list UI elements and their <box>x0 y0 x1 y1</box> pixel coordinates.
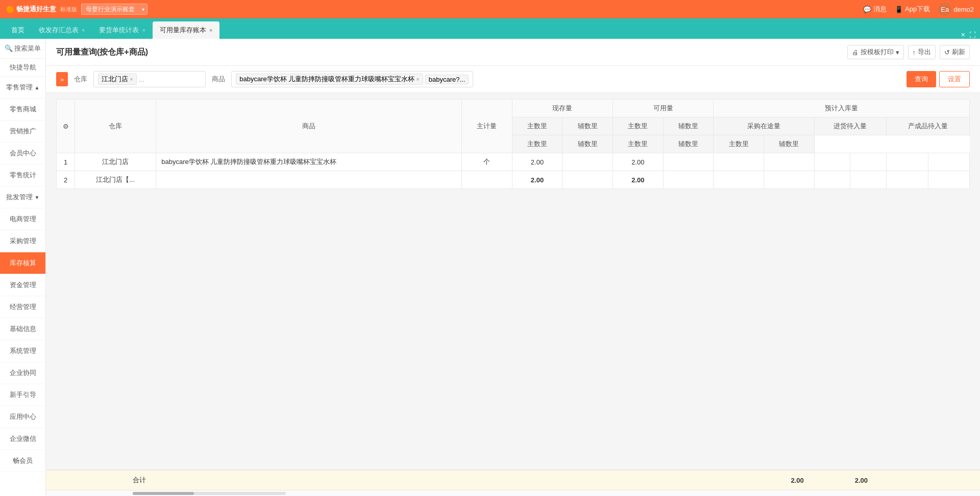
col-pur-transit-main-header: 主数里 <box>512 135 562 153</box>
sidebar-item-guide[interactable]: 新手引导 <box>0 384 45 406</box>
col-settings-header[interactable]: ⚙ <box>57 100 75 153</box>
template-print-button[interactable]: 🖨 按模板打印 ▾ <box>847 45 904 59</box>
row2-pur-pend-aux <box>850 171 887 189</box>
row1-pur-pend-main <box>814 153 850 171</box>
row1-prod-pend-main <box>887 153 928 171</box>
col-stock-main-header: 主数里 <box>512 117 562 135</box>
sidebar-item-ecommerce-label: 电商管理 <box>10 215 36 224</box>
scroll-track[interactable] <box>133 492 286 495</box>
sidebar-item-finance[interactable]: 资金管理 <box>0 274 45 296</box>
download-btn[interactable]: 📱 App下载 <box>895 5 930 14</box>
warehouse-filter-label: 仓库 <box>74 75 87 84</box>
row1-prod-pend-aux <box>928 153 969 171</box>
row1-stock-aux <box>562 153 613 171</box>
table-wrap: ⚙ 仓库 商品 主计量 现存量 <box>46 93 980 469</box>
close-tab-yaohuodan[interactable]: × <box>142 27 145 33</box>
main-area: 🔍 搜索菜单 快捷导航 零售管理 ▲ 零售商城 营销推广 会员中心 零售统计 批… <box>0 39 980 496</box>
message-icon: 💬 <box>863 6 871 13</box>
product-tag-2-value: babycare?... <box>429 76 465 83</box>
sidebar-search-label: 搜索菜单 <box>14 44 41 52</box>
close-tab-shoufacun[interactable]: × <box>82 27 85 33</box>
row2-avail-aux <box>663 171 714 189</box>
sidebar-item-system-label: 系统管理 <box>10 346 36 356</box>
top-bar-left: 🟠 畅捷通好生意 标准版 母婴行业演示账套 <box>6 4 148 15</box>
product-tag-1-remove[interactable]: × <box>416 76 419 82</box>
sidebar-item-zero-stats[interactable]: 零售统计 <box>0 164 45 186</box>
export-button[interactable]: ↑ 导出 <box>908 45 936 59</box>
footer-row: 合计 2.00 2.00 <box>46 469 980 490</box>
sidebar-item-inventory[interactable]: 库存核算 <box>0 252 45 274</box>
query-button[interactable]: 查询 <box>906 71 936 87</box>
sidebar-item-system[interactable]: 系统管理 <box>0 340 45 362</box>
sidebar-item-zero-mall-label: 零售商城 <box>10 105 36 114</box>
tab-yaohuodan[interactable]: 要货单统计表 × <box>92 21 152 39</box>
sidebar-item-collab[interactable]: 企业协同 <box>0 362 45 384</box>
sidebar-item-vip[interactable]: 畅会员 <box>0 450 45 472</box>
chevron-down-icon-2: ▼ <box>35 195 40 200</box>
filter-row: 仓库 江北门店 × ... 商品 babycare学饮杯 儿童防摔防撞吸管杯重力… <box>74 71 900 87</box>
scroll-thumb[interactable] <box>133 492 194 495</box>
sidebar-item-zero-retail[interactable]: 零售管理 ▲ <box>0 77 45 99</box>
sidebar-item-marketing[interactable]: 营销推广 <box>0 121 45 143</box>
nav-tabs-right: × ⛶ <box>961 31 976 39</box>
download-icon: 📱 <box>895 6 903 13</box>
sidebar-item-appstore[interactable]: 应用中心 <box>0 406 45 428</box>
close-all-icon[interactable]: × <box>961 31 965 39</box>
warehouse-input[interactable]: 江北门店 × ... <box>93 71 206 87</box>
account-selector-wrap[interactable]: 母婴行业演示账套 <box>81 4 148 15</box>
sidebar-item-zero-mall[interactable]: 零售商城 <box>0 99 45 121</box>
sidebar-item-purchase[interactable]: 采购管理 <box>0 230 45 252</box>
warehouse-tag-value: 江北门店 <box>102 75 128 84</box>
close-tab-keyongliang[interactable]: × <box>209 27 212 33</box>
chevron-down-icon: ▲ <box>35 85 40 90</box>
filter-expand-button[interactable]: » <box>56 72 68 86</box>
row2-prod-pend-aux <box>928 171 969 189</box>
sidebar-item-operations[interactable]: 经营管理 <box>0 296 45 318</box>
tab-keyongliang-label: 可用量库存账本 <box>160 26 206 35</box>
warehouse-tag: 江北门店 × <box>98 74 136 85</box>
user-profile[interactable]: Ea demo2 <box>938 3 974 16</box>
sidebar-item-appstore-label: 应用中心 <box>10 412 36 421</box>
sidebar-item-ecommerce[interactable]: 电商管理 <box>0 208 45 230</box>
col-pur-pend-aux-header: 辅数里 <box>663 135 714 153</box>
row1-stock-main: 2.00 <box>512 153 562 171</box>
sidebar-quick-nav[interactable]: 快捷导航 <box>0 59 45 77</box>
sidebar-item-vip-label: 畅会员 <box>13 456 33 465</box>
sidebar-item-zero-retail-label: 零售管理 <box>6 83 33 92</box>
settings-button[interactable]: 设置 <box>939 71 970 87</box>
scroll-bar-area <box>46 490 980 496</box>
export-icon: ↑ <box>913 49 916 56</box>
template-print-label: 按模板打印 <box>861 48 894 57</box>
tab-keyongliang[interactable]: 可用量库存账本 × <box>153 21 219 39</box>
col-pur-pend-main-header: 主数里 <box>613 135 664 153</box>
product-input[interactable]: babycare学饮杯 儿童防摔防撞吸管杯重力球吸嘴杯宝宝水杯 × babyca… <box>231 71 473 87</box>
account-selector[interactable]: 母婴行业演示账套 <box>81 4 148 15</box>
warehouse-more-dots[interactable]: ... <box>139 76 144 83</box>
refresh-button[interactable]: ↺ 刷新 <box>940 45 970 59</box>
avatar: Ea <box>938 3 951 16</box>
tab-shoufacun[interactable]: 收发存汇总表 × <box>32 21 92 39</box>
sidebar-item-member[interactable]: 会员中心 <box>0 143 45 164</box>
tab-home[interactable]: 首页 <box>4 21 32 39</box>
sidebar-item-purchase-label: 采购管理 <box>10 237 36 246</box>
message-label: 消息 <box>873 5 887 14</box>
sidebar-item-basic[interactable]: 基础信息 <box>0 318 45 340</box>
sidebar-item-operations-label: 经营管理 <box>10 302 36 312</box>
sidebar-item-wholesale[interactable]: 批发管理 ▼ <box>0 186 45 208</box>
fullscreen-icon[interactable]: ⛶ <box>969 31 976 39</box>
sidebar-item-inventory-label: 库存核算 <box>10 258 36 268</box>
page-header-actions: 🖨 按模板打印 ▾ ↑ 导出 ↺ 刷新 <box>847 45 970 65</box>
download-label: App下载 <box>905 5 930 14</box>
sidebar-item-wholesale-label: 批发管理 <box>6 193 33 202</box>
sidebar-item-wechat[interactable]: 企业微信 <box>0 428 45 450</box>
edition-label: 标准版 <box>60 6 77 13</box>
sidebar-item-collab-label: 企业协同 <box>10 368 36 377</box>
row1-no: 1 <box>57 153 75 171</box>
sidebar-search[interactable]: 🔍 搜索菜单 <box>0 39 45 59</box>
printer-icon: 🖨 <box>852 49 859 56</box>
message-btn[interactable]: 💬 消息 <box>863 5 887 14</box>
row1-pur-transit-main <box>714 153 764 171</box>
top-bar: 🟠 畅捷通好生意 标准版 母婴行业演示账套 💬 消息 📱 App下载 Ea de… <box>0 0 980 18</box>
nav-tabs: 首页 收发存汇总表 × 要货单统计表 × 可用量库存账本 × × ⛶ <box>0 18 980 39</box>
warehouse-tag-remove[interactable]: × <box>130 76 133 82</box>
